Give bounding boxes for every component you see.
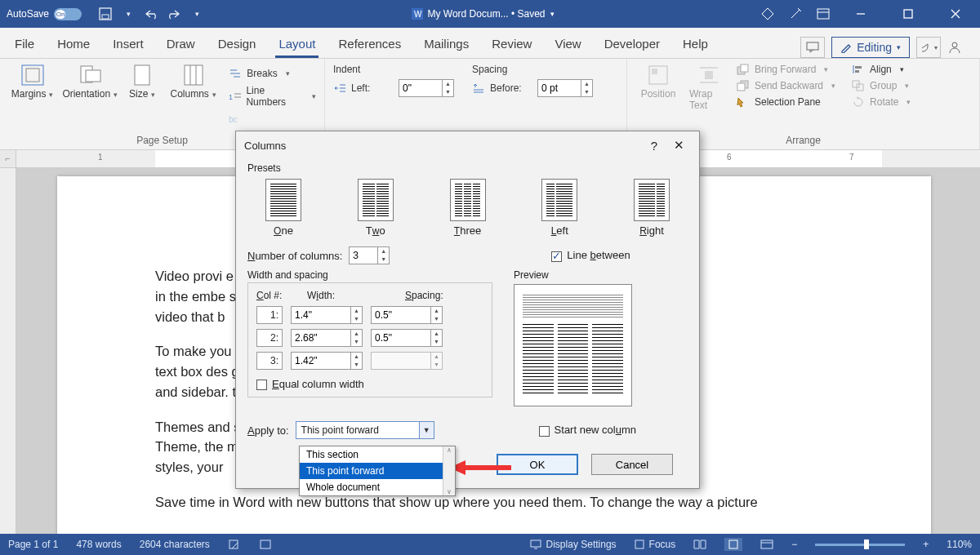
quick-access-toolbar: ▾ ▾ bbox=[98, 7, 204, 21]
dropdown-scrollbar[interactable]: ∧∨ bbox=[443, 446, 455, 495]
dialog-close-button[interactable]: ✕ bbox=[666, 138, 691, 153]
col2-width[interactable]: ▲▼ bbox=[291, 329, 363, 347]
dropdown-icon[interactable]: ▾ bbox=[121, 7, 136, 21]
col2-spacing[interactable]: ▲▼ bbox=[371, 329, 443, 347]
focus-button[interactable]: Focus bbox=[635, 539, 676, 550]
apply-option-this-point-forward[interactable]: This point forward bbox=[300, 463, 443, 479]
wrap-text-button[interactable]: Wrap Text bbox=[689, 64, 728, 133]
wand-icon[interactable] bbox=[789, 7, 802, 20]
tab-references[interactable]: References bbox=[335, 30, 404, 58]
undo-icon[interactable] bbox=[144, 7, 158, 21]
svg-rect-29 bbox=[737, 83, 745, 91]
svg-text:1: 1 bbox=[229, 93, 233, 101]
spacing-before-row: Before: ▲▼ bbox=[472, 78, 593, 98]
autosave-toggle[interactable]: AutoSave On bbox=[7, 8, 82, 20]
tab-developer[interactable]: Developer bbox=[601, 30, 663, 58]
redo-icon[interactable] bbox=[167, 7, 181, 21]
col1-width[interactable]: ▲▼ bbox=[291, 306, 363, 324]
columns-button[interactable]: Columns bbox=[169, 64, 217, 133]
display-settings-button[interactable]: Display Settings bbox=[530, 539, 617, 550]
comments-button[interactable] bbox=[800, 37, 825, 58]
preset-left[interactable]: Left bbox=[541, 179, 577, 237]
tab-review[interactable]: Review bbox=[488, 30, 535, 58]
group-button[interactable]: Group▾ bbox=[852, 80, 911, 91]
line-numbers-icon: 1 bbox=[229, 91, 241, 102]
zoom-in-button[interactable]: + bbox=[923, 539, 929, 550]
web-layout-icon[interactable] bbox=[760, 539, 773, 549]
line-between-checkbox[interactable] bbox=[551, 251, 562, 262]
preset-three[interactable]: Three bbox=[450, 179, 486, 237]
spacing-heading: Spacing bbox=[472, 64, 593, 75]
chevron-down-icon[interactable]: ▼ bbox=[419, 422, 434, 438]
preset-two[interactable]: Two bbox=[358, 179, 394, 237]
cancel-button[interactable]: Cancel bbox=[591, 454, 673, 475]
account-icon[interactable] bbox=[947, 40, 969, 55]
read-mode-icon[interactable] bbox=[693, 539, 706, 549]
size-button[interactable]: Size bbox=[123, 64, 161, 133]
num-columns-label: Number of columns: bbox=[247, 250, 342, 262]
apply-option-this-section[interactable]: This section bbox=[300, 446, 443, 463]
tab-draw[interactable]: Draw bbox=[163, 30, 198, 58]
tab-layout[interactable]: Layout bbox=[275, 30, 318, 58]
svg-rect-15 bbox=[185, 65, 203, 85]
align-button[interactable]: Align▾ bbox=[852, 64, 911, 75]
col1-spacing[interactable]: ▲▼ bbox=[371, 306, 443, 324]
bring-forward-button[interactable]: Bring Forward▾ bbox=[737, 64, 835, 75]
status-words[interactable]: 478 words bbox=[76, 539, 121, 550]
apply-to-combobox[interactable]: This point forward ▼ bbox=[296, 421, 434, 439]
ribbon-options-icon[interactable] bbox=[817, 8, 830, 20]
vertical-ruler[interactable] bbox=[0, 168, 16, 534]
breaks-button[interactable]: Breaks bbox=[229, 64, 316, 83]
spacing-before-input[interactable]: ▲▼ bbox=[537, 79, 593, 97]
zoom-level[interactable]: 110% bbox=[947, 539, 972, 550]
tab-design[interactable]: Design bbox=[215, 30, 260, 58]
track-changes-icon[interactable] bbox=[228, 539, 241, 550]
ok-button[interactable]: OK bbox=[497, 454, 578, 475]
orientation-button[interactable]: Orientation bbox=[65, 64, 115, 133]
tab-file[interactable]: File bbox=[11, 30, 38, 58]
position-button[interactable]: Position bbox=[635, 64, 681, 133]
tab-home[interactable]: Home bbox=[54, 30, 93, 58]
line-numbers-button[interactable]: 1Line Numbers bbox=[229, 87, 316, 106]
spacing-before-icon bbox=[472, 82, 485, 94]
indent-left-input[interactable]: ▲▼ bbox=[399, 79, 454, 97]
title-chevron-icon[interactable]: ▾ bbox=[550, 10, 555, 18]
qat-dropdown-icon[interactable]: ▾ bbox=[189, 7, 204, 21]
status-chars[interactable]: 2604 characters bbox=[140, 539, 210, 550]
svg-rect-39 bbox=[531, 540, 541, 547]
preset-right[interactable]: Right bbox=[634, 179, 670, 237]
status-page[interactable]: Page 1 of 1 bbox=[8, 539, 58, 550]
tab-help[interactable]: Help bbox=[679, 30, 711, 58]
hyphenation-button[interactable]: bc bbox=[229, 109, 316, 129]
svg-rect-27 bbox=[741, 64, 748, 72]
save-icon[interactable] bbox=[98, 7, 113, 21]
send-backward-button[interactable]: Send Backward▾ bbox=[737, 80, 835, 91]
editing-mode-button[interactable]: Editing ▾ bbox=[831, 37, 910, 58]
col3-width[interactable]: ▲▼ bbox=[291, 352, 363, 370]
minimize-button[interactable] bbox=[844, 0, 877, 28]
macros-icon[interactable] bbox=[259, 539, 272, 550]
tab-insert[interactable]: Insert bbox=[109, 30, 147, 58]
zoom-slider[interactable] bbox=[815, 544, 905, 546]
presets-label: Presets bbox=[247, 162, 688, 174]
width-spacing-label: Width and spacing bbox=[247, 269, 492, 281]
diamond-icon[interactable] bbox=[761, 7, 774, 20]
zoom-out-button[interactable]: − bbox=[791, 539, 797, 550]
col3-spacing[interactable]: ▲▼ bbox=[371, 352, 443, 370]
print-layout-icon[interactable] bbox=[724, 538, 742, 551]
start-new-column-checkbox[interactable] bbox=[539, 426, 550, 437]
apply-option-whole-document[interactable]: Whole document bbox=[300, 479, 443, 495]
num-columns-input[interactable]: ▲▼ bbox=[349, 246, 390, 264]
preset-one[interactable]: One bbox=[265, 179, 301, 237]
equal-width-checkbox[interactable] bbox=[256, 380, 267, 390]
rotate-button[interactable]: Rotate▾ bbox=[852, 96, 911, 108]
close-button[interactable] bbox=[939, 0, 972, 28]
tab-view[interactable]: View bbox=[551, 30, 584, 58]
tab-mailings[interactable]: Mailings bbox=[421, 30, 472, 58]
selection-pane-button[interactable]: Selection Pane bbox=[737, 96, 835, 108]
document-title: W My Word Docum... • Saved ▾ bbox=[204, 8, 761, 20]
maximize-button[interactable] bbox=[892, 0, 924, 28]
margins-button[interactable]: Margins bbox=[8, 64, 56, 133]
dialog-help-button[interactable]: ? bbox=[642, 139, 666, 153]
share-button[interactable]: ▾ bbox=[916, 37, 941, 58]
